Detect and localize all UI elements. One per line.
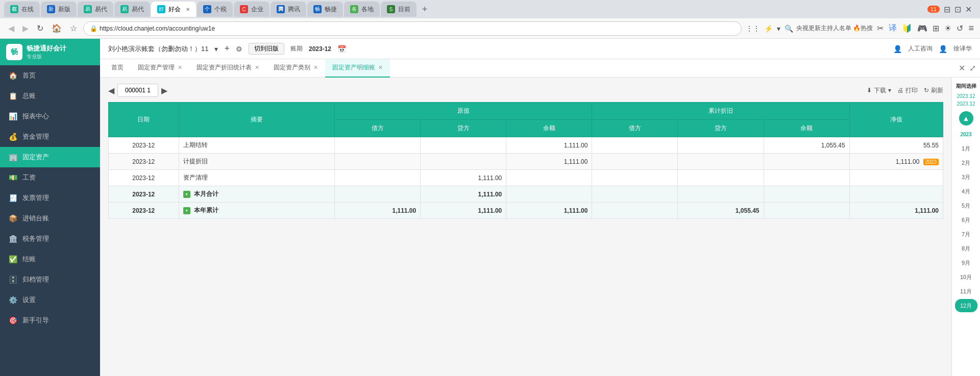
sidebar-item-settings[interactable]: ⚙️ 设置 bbox=[0, 290, 100, 310]
tab-close-fixed-dep[interactable]: ✕ bbox=[255, 64, 259, 71]
page-input[interactable] bbox=[117, 84, 158, 97]
download-button[interactable]: ⬇ 下载 ▾ bbox=[867, 86, 891, 95]
print-button[interactable]: 🖨 打印 bbox=[897, 86, 918, 95]
maximize-icon[interactable]: ⊡ bbox=[954, 5, 961, 14]
browser-tab-qiye[interactable]: C 企业 bbox=[234, 2, 270, 17]
tab-fixed-mgmt[interactable]: 固定资产管理 ✕ bbox=[131, 59, 189, 78]
period-year-2023[interactable]: 2023 bbox=[955, 128, 977, 141]
bookmark-button[interactable]: ☆ bbox=[68, 21, 79, 35]
grid-icon[interactable]: ⋮⋮ bbox=[746, 24, 760, 33]
translate-icon[interactable]: 译 bbox=[889, 23, 897, 34]
switch-version-button[interactable]: 切到旧版 bbox=[249, 43, 284, 55]
calendar-icon[interactable]: 📅 bbox=[337, 45, 346, 53]
cell-orig-balance bbox=[506, 186, 592, 203]
browser-tab-online[interactable]: 在 在线 bbox=[4, 2, 40, 17]
browser-tab-geshui[interactable]: 个 个税 bbox=[197, 2, 233, 17]
browser-tab-yidai2[interactable]: 易 易代 bbox=[114, 2, 150, 17]
sidebar-item-payroll[interactable]: 💵 工资 bbox=[0, 167, 100, 188]
grid-view-icon[interactable]: ⊞ bbox=[933, 23, 939, 33]
add-account-button[interactable]: + bbox=[224, 43, 230, 54]
menu-icon[interactable]: ≡ bbox=[968, 23, 974, 34]
minimize-icon[interactable]: ⊟ bbox=[944, 5, 950, 14]
sidebar-item-home[interactable]: 🏠 首页 bbox=[0, 65, 100, 86]
tab-fixed-detail[interactable]: 固定资产明细账 ✕ bbox=[325, 59, 390, 78]
close-icon[interactable]: ✕ bbox=[965, 5, 972, 14]
browser-tab-gedi[interactable]: 各 各地 bbox=[344, 2, 380, 17]
user-label[interactable]: 徐译华 bbox=[953, 44, 972, 53]
refresh-data-button[interactable]: ↻ 刷新 bbox=[924, 86, 943, 95]
new-tab-button[interactable]: + bbox=[418, 2, 432, 16]
browser-tab-yidai1[interactable]: 易 易代 bbox=[78, 2, 113, 17]
sidebar-item-inventory[interactable]: 📦 进销台账 bbox=[0, 208, 100, 229]
table-row-annual: 2023-12 + 本年累计 1,111.00 1,111.00 1,111.0… bbox=[109, 203, 943, 219]
period-month-4[interactable]: 4月 bbox=[955, 185, 977, 198]
tab-fixed-category[interactable]: 固定资产类别 ✕ bbox=[266, 59, 325, 78]
next-page-button[interactable]: ▶ bbox=[161, 86, 167, 95]
browser-tab-changjie[interactable]: 畅 畅捷 bbox=[307, 2, 343, 17]
tab-fixed-depreciation[interactable]: 固定资产折旧统计表 ✕ bbox=[189, 59, 266, 78]
tab-close-fixed-cat[interactable]: ✕ bbox=[313, 64, 318, 71]
gamepad-icon[interactable]: 🎮 bbox=[917, 23, 927, 33]
scissors-icon[interactable]: ✂ bbox=[877, 23, 884, 33]
period-month-8[interactable]: 8月 bbox=[955, 242, 977, 255]
cell-net-value: 55.55 bbox=[849, 137, 943, 154]
tab-close-fixed-detail[interactable]: ✕ bbox=[378, 64, 383, 71]
address-input[interactable]: 🔒 https://cloud.chanjet.com/accounting/u… bbox=[83, 21, 742, 36]
sidebar-item-fund[interactable]: 💰 资金管理 bbox=[0, 127, 100, 147]
download-dropdown-icon[interactable]: ▾ bbox=[888, 87, 891, 94]
search-area[interactable]: 🔍 央视更新主持人名单 🔥热搜 bbox=[785, 24, 873, 33]
undo-icon[interactable]: ↺ bbox=[957, 23, 963, 33]
scroll-up-button[interactable]: ▲ bbox=[959, 111, 973, 126]
browser-tab-new[interactable]: 新 新版 bbox=[41, 2, 77, 17]
sidebar-item-archive[interactable]: 🗄️ 归档管理 bbox=[0, 269, 100, 290]
brightness-icon[interactable]: ☀ bbox=[944, 23, 951, 33]
close-tab-icon[interactable]: ✕ bbox=[959, 63, 965, 73]
tab-close-fixed-mgmt[interactable]: ✕ bbox=[178, 64, 182, 71]
sidebar-item-report[interactable]: 📊 报表中心 bbox=[0, 106, 100, 127]
period-month-5[interactable]: 5月 bbox=[955, 199, 977, 212]
sidebar-item-label: 总账 bbox=[22, 91, 36, 101]
extension-icon[interactable]: 🔰 bbox=[902, 23, 912, 33]
expand-icon[interactable]: ⤢ bbox=[969, 63, 976, 73]
version-dropdown[interactable]: ▾ bbox=[214, 45, 218, 53]
tab-label: 个税 bbox=[214, 5, 227, 14]
col-summary: 摘要 bbox=[179, 103, 335, 137]
period-month-7[interactable]: 7月 bbox=[955, 228, 977, 241]
home-button[interactable]: 🏠 bbox=[50, 21, 64, 35]
sidebar-item-closing[interactable]: ✅ 结账 bbox=[0, 249, 100, 269]
home-icon: 🏠 bbox=[8, 71, 17, 80]
sidebar-item-tax[interactable]: 🏛️ 税务管理 bbox=[0, 229, 100, 249]
help-label[interactable]: 人工咨询 bbox=[908, 44, 933, 53]
tab-close-icon[interactable]: ✕ bbox=[186, 7, 190, 12]
browser-tab-tengxun[interactable]: 腾 腾讯 bbox=[271, 2, 306, 17]
dropdown-icon[interactable]: ▾ bbox=[777, 24, 780, 33]
pagination-left: ◀ ▶ bbox=[108, 84, 167, 97]
period-month-9[interactable]: 9月 bbox=[955, 256, 977, 269]
forward-button[interactable]: ▶ bbox=[20, 21, 31, 35]
report-icon: 📊 bbox=[8, 112, 17, 121]
sidebar-item-fixed[interactable]: 🏢 固定资产 bbox=[0, 147, 100, 167]
refresh-button[interactable]: ↻ bbox=[35, 21, 45, 35]
cell-dep-credit bbox=[678, 137, 764, 154]
sidebar-item-general[interactable]: 📋 总账 bbox=[0, 86, 100, 106]
sidebar-item-label: 固定资产 bbox=[22, 153, 49, 162]
period-month-2[interactable]: 2月 bbox=[955, 156, 977, 169]
period-month-1[interactable]: 1月 bbox=[955, 142, 977, 155]
cell-dep-debit bbox=[592, 170, 678, 186]
settings-button[interactable]: ⚙ bbox=[236, 45, 242, 53]
cell-dep-credit bbox=[678, 170, 764, 186]
sidebar-item-invoice[interactable]: 🧾 发票管理 bbox=[0, 188, 100, 208]
period-month-12[interactable]: 12月 bbox=[955, 299, 977, 312]
tab-home[interactable]: 首页 bbox=[104, 59, 131, 78]
sidebar-item-guide[interactable]: 🎯 新手引导 bbox=[0, 310, 100, 331]
cell-orig-debit: 1,111.00 bbox=[335, 203, 421, 219]
lightning-icon[interactable]: ⚡ bbox=[764, 24, 773, 33]
browser-tab-haohui[interactable]: 好 好会 ✕ bbox=[151, 2, 196, 17]
back-button[interactable]: ◀ bbox=[6, 21, 16, 35]
period-month-3[interactable]: 3月 bbox=[955, 170, 977, 184]
period-month-11[interactable]: 11月 bbox=[955, 285, 977, 298]
prev-page-button[interactable]: ◀ bbox=[108, 86, 114, 95]
period-month-6[interactable]: 6月 bbox=[955, 213, 977, 227]
browser-tab-muqian[interactable]: S 目前 bbox=[381, 2, 416, 17]
period-month-10[interactable]: 10月 bbox=[955, 270, 977, 284]
